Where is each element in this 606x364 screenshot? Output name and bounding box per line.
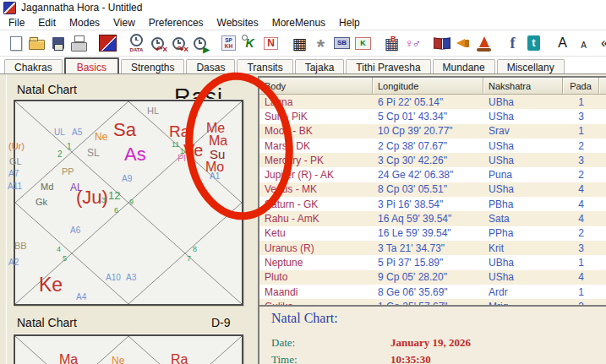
cell-body: Uranus (R) bbox=[259, 242, 373, 254]
font-decrease-icon[interactable]: A bbox=[573, 32, 594, 54]
chart-label-ma: Ma bbox=[209, 134, 227, 148]
cell-pada: 3 bbox=[563, 155, 599, 166]
transit-time-icon[interactable]: ▶ bbox=[189, 32, 210, 54]
menu-edit[interactable]: Edit bbox=[31, 16, 63, 30]
table-row-rahu-amk[interactable]: Rahu - AmK16 Aq 59' 39.54"Sata4 bbox=[259, 211, 606, 225]
menu-preferences[interactable]: Preferences bbox=[142, 16, 210, 30]
table-row-uranus-r[interactable]: Uranus (R)3 Ta 21' 34.73"Krit3 bbox=[259, 241, 606, 255]
cell-nakshatra: USha bbox=[483, 271, 563, 283]
open-file-icon[interactable] bbox=[26, 32, 47, 54]
table-row-sun-pik[interactable]: Sun - PiK5 Cp 01' 43.34"USha3 bbox=[259, 109, 606, 123]
table-row-mercury-pk[interactable]: Mercury - PK3 Cp 30' 42.26"USha3 bbox=[259, 153, 606, 167]
chart-label-ma: Ma bbox=[59, 353, 78, 364]
cell-longitude: 10 Cp 39' 20.77" bbox=[373, 125, 483, 137]
menu-view[interactable]: View bbox=[106, 16, 142, 30]
cell-pada: 1 bbox=[563, 257, 599, 269]
cell-longitude: 3 Cp 30' 42.26" bbox=[373, 155, 483, 166]
navamsa-d9-label: D-9 bbox=[211, 316, 231, 329]
menu-bar: FileEditModesViewPreferencesWebsitesMore… bbox=[0, 15, 606, 30]
window-title: Jagannatha Hora - Untitled bbox=[21, 2, 142, 14]
cell-pada: 3 bbox=[563, 301, 599, 305]
kp-lens-icon[interactable]: K bbox=[239, 32, 260, 54]
cell-body: Sun - PiK bbox=[259, 111, 373, 122]
new-file-icon[interactable] bbox=[5, 32, 26, 54]
chart-label-ve: Ve bbox=[183, 142, 203, 159]
chart-label-ra: Ra bbox=[171, 353, 188, 364]
notes-icon[interactable]: N bbox=[260, 32, 281, 54]
jhora-logo-icon[interactable] bbox=[97, 32, 118, 54]
ashtakavarga-icon[interactable] bbox=[310, 32, 331, 54]
table-row-saturn-gk[interactable]: Saturn - GK3 Pi 16' 38.54"PBha4 bbox=[259, 197, 606, 211]
table-row-venus-mk[interactable]: Venus - MK8 Cp 03' 05.51"USha4 bbox=[259, 182, 606, 197]
cell-longitude: 16 Le 59' 39.54" bbox=[373, 227, 483, 239]
collapse-icon[interactable]: « bbox=[594, 32, 606, 54]
table-row-neptune[interactable]: Neptune5 Pi 37' 15.89"UBha1 bbox=[259, 255, 606, 269]
column-header-longitude[interactable]: Longitude bbox=[373, 78, 483, 94]
chart-label-ke: Ke bbox=[39, 275, 63, 295]
cell-nakshatra: USha bbox=[483, 155, 563, 166]
column-header-pada[interactable]: Pada bbox=[563, 78, 599, 94]
chart-label-2: 2 bbox=[57, 150, 63, 159]
column-header-extra bbox=[599, 78, 606, 94]
font-decrease-icon-label: A bbox=[581, 41, 587, 50]
k-box-icon[interactable]: K bbox=[352, 32, 374, 54]
save-file-icon[interactable] bbox=[47, 32, 68, 54]
redo-time-icon[interactable]: ↷× bbox=[168, 32, 189, 54]
table-row-gulika[interactable]: Gulika1 Ge 25' 57.67"Mrig3 bbox=[259, 299, 606, 305]
compatibility-icon[interactable] bbox=[402, 32, 423, 54]
menu-websites[interactable]: Websites bbox=[210, 16, 265, 30]
chart-label-a3: A3 bbox=[126, 274, 136, 282]
font-increase-icon[interactable]: A bbox=[552, 32, 573, 54]
twitter-icon[interactable]: t bbox=[523, 32, 544, 54]
chart-label-a10: A10 bbox=[106, 274, 121, 282]
facebook-icon[interactable]: f bbox=[502, 32, 523, 54]
table-body: Lagna6 Pi 22' 05.14"UBha1Sun - PiK5 Cp 0… bbox=[259, 95, 606, 305]
cell-nakshatra: PPha bbox=[483, 227, 563, 239]
chart-label-6: 6 bbox=[114, 207, 118, 215]
menu-help[interactable]: Help bbox=[332, 16, 367, 30]
chart-label-3: 3 bbox=[101, 197, 106, 204]
table-row-moon-bk[interactable]: Moon - BK10 Cp 39' 20.77"Srav1 bbox=[259, 124, 606, 139]
undo-time-icon[interactable]: ↶× bbox=[147, 32, 168, 54]
table-row-mars-dk[interactable]: Mars - DK2 Cp 38' 07.67"USha2 bbox=[259, 139, 606, 153]
menu-file[interactable]: File bbox=[2, 16, 31, 30]
table-row-pluto[interactable]: Pluto9 Cp 05' 28.20"USha4 bbox=[259, 270, 606, 285]
chakra-grid-icon[interactable] bbox=[289, 32, 310, 54]
cell-pada: 2 bbox=[563, 227, 599, 239]
info-heading: Natal Chart: bbox=[271, 311, 338, 326]
cell-nakshatra: Mrig bbox=[483, 301, 563, 305]
announce-icon[interactable] bbox=[452, 32, 473, 54]
cell-longitude: 6 Pi 22' 05.14" bbox=[373, 96, 483, 108]
table-row-maandi[interactable]: Maandi8 Ge 06' 35.69"Ardr1 bbox=[259, 285, 606, 299]
cell-body: Gulika bbox=[259, 301, 373, 305]
sp-kh-icon[interactable]: SP KH bbox=[218, 32, 239, 54]
table-row-lagna[interactable]: Lagna6 Pi 22' 05.14"UBha1 bbox=[259, 95, 606, 109]
cell-pada: 2 bbox=[563, 169, 599, 181]
chart-label-1: 1 bbox=[67, 143, 72, 151]
sb-icon-label: SB bbox=[334, 37, 350, 49]
cell-longitude: 8 Cp 03' 05.51" bbox=[373, 183, 483, 195]
calendar-icon-label: B bbox=[390, 35, 396, 43]
sb-icon[interactable]: SB bbox=[331, 32, 352, 54]
menu-moremenus[interactable]: MoreMenus bbox=[265, 16, 332, 30]
rasi-chart-title: Natal Chart bbox=[17, 83, 77, 96]
birth-data-clock-icon[interactable]: DATA bbox=[126, 32, 147, 54]
homam-fire-icon[interactable] bbox=[473, 32, 494, 54]
calendar-icon[interactable]: B bbox=[381, 32, 402, 54]
cell-pada: 4 bbox=[563, 198, 599, 210]
menu-modes[interactable]: Modes bbox=[63, 16, 106, 30]
cell-body: Jupiter (R) - AK bbox=[259, 169, 373, 181]
panel-edge bbox=[0, 74, 7, 364]
book-icon[interactable] bbox=[431, 32, 452, 54]
cell-longitude: 5 Pi 37' 15.89" bbox=[373, 257, 483, 269]
table-row-jupiter-r-ak[interactable]: Jupiter (R) - AK24 Ge 42' 06.38"Puna2 bbox=[259, 167, 606, 182]
chart-label-gk: Gk bbox=[35, 198, 47, 207]
column-header-nakshatra[interactable]: Nakshatra bbox=[483, 78, 563, 94]
chart-label-a1: A1 bbox=[210, 172, 220, 181]
cell-body: Pluto bbox=[259, 271, 373, 283]
column-header-body[interactable]: Body bbox=[259, 78, 373, 94]
table-row-ketu[interactable]: Ketu16 Le 59' 39.54"PPha2 bbox=[259, 226, 606, 241]
collapse-icon-label: « bbox=[601, 36, 606, 50]
cell-nakshatra: USha bbox=[483, 111, 563, 122]
print-icon[interactable] bbox=[68, 32, 90, 54]
